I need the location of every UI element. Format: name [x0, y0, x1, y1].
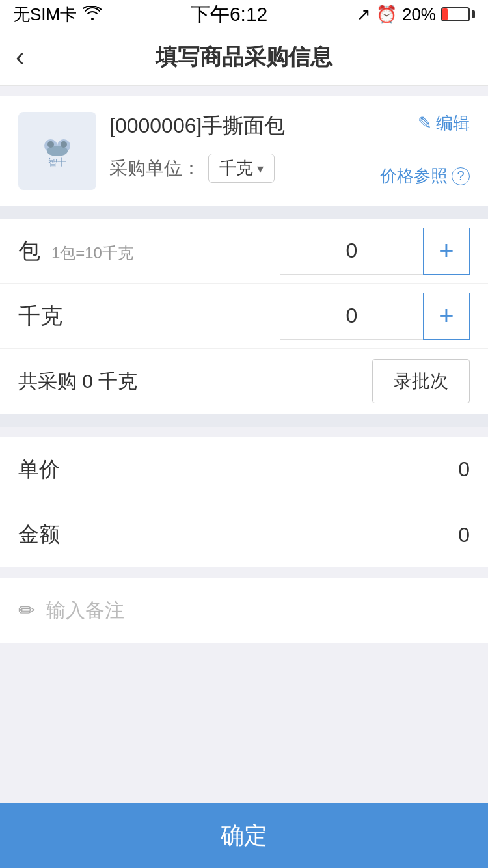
unit-price-row: 单价 0: [0, 437, 488, 502]
back-icon: ‹: [16, 42, 24, 72]
package-label-group: 包 1包=10千克: [18, 236, 280, 266]
package-input[interactable]: [280, 228, 423, 275]
confirm-bar[interactable]: 确定: [0, 803, 488, 868]
kilogram-input-row: 千克 +: [0, 284, 488, 349]
edit-button[interactable]: ✎ 编辑: [418, 112, 470, 135]
pencil-icon: ✏: [18, 598, 36, 623]
unit-price-value: 0: [458, 457, 470, 481]
amount-value: 0: [458, 523, 470, 547]
package-label: 包: [18, 238, 40, 263]
product-card: 智十 [0000006]手撕面包 采购单位： 千克 ▾ ✎ 编辑 价格参照 ?: [0, 96, 488, 206]
kilogram-plus-button[interactable]: +: [423, 293, 470, 340]
package-plus-button[interactable]: +: [423, 228, 470, 275]
svg-point-4: [61, 141, 67, 148]
kilogram-label: 千克: [18, 303, 62, 328]
summary-text: 共采购 0 千克: [18, 368, 137, 395]
alarm-icon: ⏰: [376, 5, 397, 25]
location-icon: ↗: [357, 5, 371, 25]
svg-text:智十: 智十: [48, 157, 66, 167]
notes-section[interactable]: ✏ 输入备注: [0, 578, 488, 643]
wifi-icon: [83, 5, 102, 25]
unit-value: 千克: [219, 157, 253, 180]
section-divider-2: [0, 414, 488, 427]
battery-icon: [441, 7, 475, 21]
package-input-row: 包 1包=10千克 +: [0, 219, 488, 284]
price-ref-button[interactable]: 价格参照 ?: [380, 165, 470, 187]
svg-point-3: [47, 141, 54, 148]
page-title: 填写商品采购信息: [156, 42, 332, 72]
product-name: [0000006]手撕面包: [109, 112, 470, 141]
confirm-label: 确定: [221, 820, 267, 852]
edit-icon: ✎: [418, 113, 432, 133]
status-time: 下午6:12: [191, 1, 267, 28]
product-image: 智十: [18, 112, 96, 190]
unit-select[interactable]: 千克 ▾: [208, 154, 275, 183]
kilogram-label-group: 千克: [18, 301, 280, 331]
kilogram-input-group: +: [280, 293, 470, 340]
amount-label: 金额: [18, 521, 60, 549]
section-divider-1: [0, 206, 488, 219]
package-sub-label: 1包=10千克: [51, 244, 133, 262]
price-section: 单价 0 金额 0: [0, 437, 488, 567]
nav-bar: ‹ 填写商品采购信息: [0, 29, 488, 86]
status-left: 无SIM卡: [13, 3, 102, 26]
amount-row: 金额 0: [0, 502, 488, 567]
record-btn-label: 录批次: [394, 371, 448, 391]
unit-label: 采购单位：: [109, 156, 200, 181]
summary-row: 共采购 0 千克 录批次: [0, 349, 488, 414]
package-input-group: +: [280, 228, 470, 275]
edit-label: 编辑: [436, 112, 470, 135]
unit-price-label: 单价: [18, 455, 60, 484]
input-section: 包 1包=10千克 + 千克 + 共采购 0 千克 录批次: [0, 219, 488, 414]
kilogram-input[interactable]: [280, 293, 423, 340]
help-icon: ?: [452, 167, 470, 185]
record-batch-button[interactable]: 录批次: [372, 359, 470, 403]
kilogram-plus-icon: +: [439, 301, 454, 331]
chevron-down-icon: ▾: [257, 161, 264, 176]
status-bar: 无SIM卡 下午6:12 ↗ ⏰ 20%: [0, 0, 488, 29]
battery-percentage: 20%: [402, 5, 436, 25]
back-button[interactable]: ‹: [16, 42, 24, 72]
notes-placeholder: 输入备注: [46, 597, 124, 624]
package-plus-icon: +: [439, 236, 454, 265]
status-right: ↗ ⏰ 20%: [357, 5, 475, 25]
carrier-label: 无SIM卡: [13, 3, 77, 26]
price-ref-label: 价格参照: [380, 165, 448, 187]
